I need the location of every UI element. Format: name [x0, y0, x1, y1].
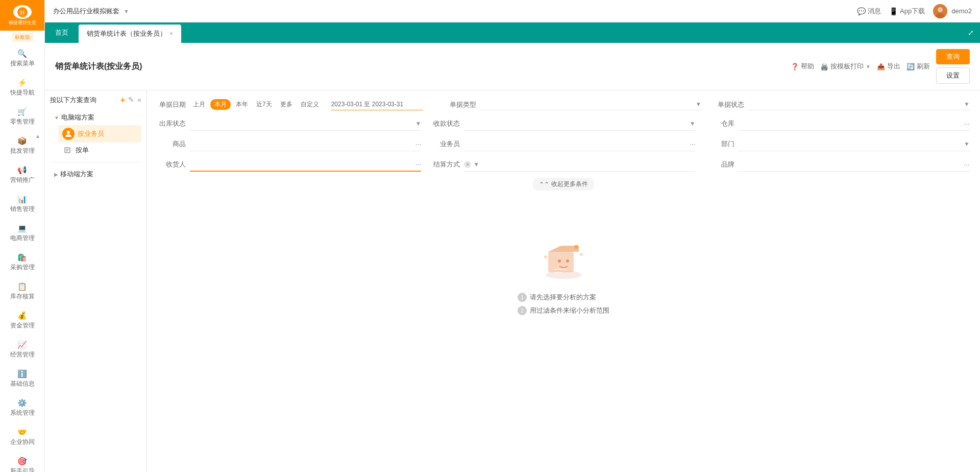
date-filter-label: 单据日期: [157, 100, 186, 109]
date-tab-this-year[interactable]: 本年: [233, 99, 251, 110]
brand-filter: 品牌 ···: [706, 157, 970, 172]
sidebar-item-ecommerce[interactable]: 💻 电商管理: [0, 219, 44, 248]
consignee-control[interactable]: ···: [190, 157, 421, 172]
page-actions: ❓ 帮助 🖨️ 按模板打印 ▼ 📤 导出 🔄 刷新: [791, 49, 970, 84]
tip-num-2: 2: [518, 306, 527, 315]
topbar-right: 💬 消息 📱 App下载 demo2: [857, 4, 972, 18]
add-scheme-icon[interactable]: +: [120, 96, 125, 105]
dept-control[interactable]: ▼: [739, 137, 970, 151]
sidebar-item-finance[interactable]: 💰 资金管理: [0, 306, 44, 335]
main-content: 办公用品行业模拟账套 ▼ 💬 消息 📱 App下载 demo2 首页: [45, 0, 980, 472]
recv-status-filter: 收款状态 ▼: [431, 116, 695, 131]
template-print-label: 按模板打印: [830, 62, 864, 71]
date-range-display[interactable]: 2023-03-01 至 2023-03-31: [331, 99, 423, 110]
recv-status-control[interactable]: ▼: [464, 116, 695, 131]
help-btn[interactable]: ❓ 帮助: [791, 62, 814, 71]
sidebar: 好 畅捷通好生意 标账版 🔍 搜索菜单 ⚡ 快捷导航 🛒 零售管理 📦 批发管理…: [0, 0, 45, 472]
wholesale-icon: 📦: [17, 136, 27, 146]
sidebar-item-finance-label: 资金管理: [10, 321, 35, 330]
message-btn[interactable]: 💬 消息: [857, 7, 881, 16]
system-icon: ⚙️: [17, 398, 27, 408]
template-print-btn[interactable]: 🖨️ 按模板打印 ▼: [820, 62, 871, 71]
doc-status-control[interactable]: ▼: [748, 99, 970, 110]
tab-active[interactable]: 销货单统计表（按业务员） ×: [79, 25, 181, 43]
sidebar-item-sales[interactable]: 📊 销售管理: [0, 190, 44, 219]
edit-scheme-icon[interactable]: ✎: [128, 96, 134, 105]
refresh-icon: 🔄: [906, 63, 915, 70]
filter-row-3: 商品 ··· 业务员 ··· 部门: [157, 137, 970, 151]
date-tab-custom[interactable]: 自定义: [298, 99, 322, 110]
tab-active-label: 销货单统计表（按业务员）: [87, 29, 166, 38]
topbar-dropdown-icon[interactable]: ▼: [124, 8, 129, 14]
settlement-dropdown-icon: ▼: [473, 161, 479, 168]
settlement-control[interactable]: × ▼: [464, 157, 695, 172]
marketing-icon: 📢: [17, 166, 27, 175]
scheme-salesman-label: 按业务员: [78, 129, 104, 138]
scheme-mobile[interactable]: ▶ 移动端方案: [50, 167, 141, 182]
topbar-left: 办公用品行业模拟账套 ▼: [53, 7, 129, 16]
export-btn[interactable]: 📤 导出: [877, 62, 900, 71]
sidebar-item-retail-label: 零售管理: [10, 117, 35, 126]
left-panel-icons: + ✎ «: [120, 96, 141, 105]
sidebar-item-retail[interactable]: 🛒 零售管理: [0, 102, 44, 131]
settlement-clear-icon[interactable]: ×: [464, 161, 471, 168]
sidebar-item-inventory[interactable]: 📋 库存核算: [0, 277, 44, 306]
sidebar-item-quick-nav[interactable]: ⚡ 快捷导航: [0, 73, 44, 102]
left-panel: 按以下方案查询 + ✎ « ▼ 电脑端方案: [45, 90, 147, 472]
sidebar-item-search[interactable]: 🔍 搜索菜单: [0, 44, 44, 73]
date-tab-7days[interactable]: 近7天: [253, 99, 275, 110]
goods-filter: 商品 ···: [157, 137, 421, 151]
inventory-icon: 📋: [17, 282, 27, 291]
date-tab-this-month[interactable]: 本月: [210, 99, 231, 110]
sidebar-item-marketing[interactable]: 📢 营销推广: [0, 160, 44, 190]
sidebar-item-system[interactable]: ⚙️ 系统管理: [0, 393, 44, 422]
sidebar-item-guide[interactable]: 🎯 新手引导: [0, 452, 44, 472]
scheme-pc[interactable]: ▼ 电脑端方案: [50, 110, 141, 125]
app-download-btn[interactable]: 📱 App下载: [889, 7, 925, 16]
print-dropdown-icon[interactable]: ▼: [866, 64, 871, 69]
warehouse-control[interactable]: ···: [739, 116, 970, 131]
guide-icon: 🎯: [17, 457, 27, 466]
collapse-label: 收起更多条件: [551, 180, 588, 188]
sidebar-item-operations[interactable]: 📈 经营管理: [0, 335, 44, 364]
warehouse-filter: 仓库 ···: [706, 116, 970, 131]
sidebar-item-enterprise[interactable]: 🤝 企业协同: [0, 422, 44, 452]
refresh-btn[interactable]: 🔄 刷新: [906, 62, 930, 71]
doc-type-dropdown-icon: ▼: [695, 101, 701, 108]
date-tab-more[interactable]: 更多: [277, 99, 296, 110]
salesman-control[interactable]: ···: [464, 137, 695, 151]
sidebar-item-inventory-label: 库存核算: [10, 292, 35, 301]
tabs-bar: 首页 销货单统计表（按业务员） × ⤢: [45, 22, 980, 43]
svg-point-13: [580, 253, 583, 256]
sidebar-item-wholesale[interactable]: 📦 批发管理 ▲: [0, 131, 44, 160]
date-filter-row: 单据日期 上月 本月 本年 近7天 更多 自定义 2023-03-01 至 20…: [157, 99, 970, 110]
svg-text:好: 好: [20, 10, 25, 15]
out-status-control[interactable]: ▼: [190, 116, 421, 131]
doc-type-control[interactable]: ▼: [480, 99, 702, 110]
empty-tip-2-text: 用过滤条件来缩小分析范围: [530, 306, 609, 315]
collapse-panel-icon[interactable]: «: [137, 96, 141, 105]
scheme-salesman[interactable]: 按业务员: [58, 125, 141, 143]
date-tab-last-month[interactable]: 上月: [190, 99, 208, 110]
tip-num-1: 1: [518, 293, 527, 302]
tab-home[interactable]: 首页: [45, 28, 79, 37]
sidebar-item-purchase[interactable]: 🛍️ 采购管理: [0, 248, 44, 277]
app-download-icon: 📱: [889, 7, 898, 15]
consignee-label: 收货人: [157, 160, 186, 169]
scheme-by-order[interactable]: 按单: [58, 143, 141, 158]
user-avatar-area[interactable]: demo2: [933, 4, 972, 18]
goods-control[interactable]: ···: [190, 137, 421, 151]
tab-close-icon[interactable]: ×: [169, 30, 173, 37]
settings-button[interactable]: 设置: [936, 67, 970, 84]
tab-expand-icon[interactable]: ⤢: [968, 29, 974, 37]
sidebar-item-wholesale-label: 批发管理: [10, 147, 35, 155]
svg-point-14: [544, 255, 547, 258]
refresh-label: 刷新: [917, 62, 930, 71]
svg-point-16: [566, 259, 569, 263]
sidebar-item-system-label: 系统管理: [10, 409, 35, 417]
brand-control[interactable]: ···: [739, 157, 970, 172]
sidebar-item-basic-info-label: 基础信息: [10, 380, 35, 388]
query-button[interactable]: 查询: [936, 49, 970, 64]
collapse-button[interactable]: ⌃⌃ 收起更多条件: [533, 178, 594, 191]
sidebar-item-basic-info[interactable]: ℹ️ 基础信息: [0, 364, 44, 393]
